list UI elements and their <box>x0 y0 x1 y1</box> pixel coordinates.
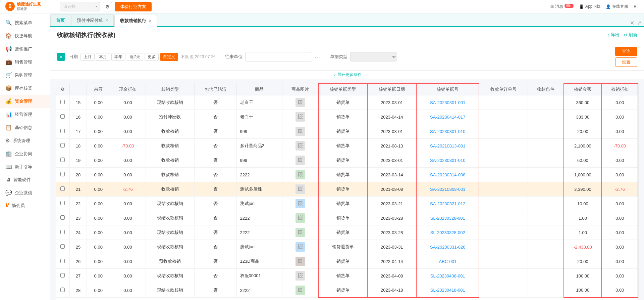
td-bill-no[interactable]: SA-20230314-008 <box>416 168 479 182</box>
date-this-month[interactable]: 本月 <box>96 53 110 61</box>
td-goods: 2222 <box>236 283 282 298</box>
td-cash-discount: 0.00 <box>110 110 146 124</box>
td-bill-no[interactable]: SA-20230301-001 <box>416 95 479 110</box>
td-checkbox[interactable] <box>56 168 69 182</box>
tab-prepay-close[interactable]: × <box>106 18 108 23</box>
td-write-off-discount: 0.00 <box>602 269 638 283</box>
page-actions: ↑ 导出 ↺ 刷新 <box>607 32 638 38</box>
table-row: 20 0.00 0.00 收款核销 否 2222 🖼 销货单 2023-03-1… <box>56 168 638 182</box>
td-cash-discount: 0.00 <box>110 197 146 211</box>
settings-icon[interactable]: ⚙ <box>103 2 112 11</box>
filter-settings-btn[interactable]: 设置 <box>615 57 637 67</box>
td-checkbox[interactable] <box>56 182 69 197</box>
sidebar-item-system[interactable]: ⚙ 系统管理 <box>0 134 50 147</box>
td-checkbox[interactable] <box>56 269 69 283</box>
td-receipt-order <box>479 225 528 240</box>
td-checkbox[interactable] <box>56 211 69 225</box>
td-bill-no[interactable]: SL-20230328-001 <box>416 211 479 225</box>
filter-row: 日期 上月 本月 本年 近7天 更多 自定义 不限 至 2023-07-26 往… <box>69 52 611 61</box>
sidebar-item-wechat[interactable]: 💬 企业微信 <box>0 186 50 199</box>
td-checkbox[interactable] <box>56 139 69 153</box>
td-balance: 0.00 <box>87 254 110 269</box>
td-goods: 衣服00001 <box>236 269 282 283</box>
sidebar-item-marketing[interactable]: 📢 营销推广 <box>0 42 50 55</box>
tab-receipt-close[interactable]: × <box>149 18 151 23</box>
td-goods-img: 🖼 <box>282 225 318 240</box>
tab-prepay[interactable]: 预付冲应付单 × <box>71 14 114 26</box>
sidebar-item-guide[interactable]: 📖 新手引导 <box>0 160 50 173</box>
td-bill-no[interactable]: SL-20230408-001 <box>416 269 479 283</box>
phone-icon: 📱 <box>579 4 584 9</box>
refresh-btn[interactable]: ↺ 刷新 <box>624 32 637 38</box>
td-checkbox[interactable] <box>56 153 69 168</box>
query-btn[interactable]: 查询 <box>615 47 637 56</box>
refresh-label: 刷新 <box>629 32 637 38</box>
date-last-7days[interactable]: 近7天 <box>127 53 143 61</box>
date-this-year[interactable]: 本年 <box>111 53 125 61</box>
app-download-btn[interactable]: 📱 App下载 <box>579 4 600 9</box>
td-bill-no[interactable]: SA-20230301-010 <box>416 153 479 168</box>
td-bill-type: 销货单 <box>318 254 367 269</box>
td-goods-img: 🖼 <box>282 269 318 283</box>
sidebar-item-inventory[interactable]: 📦 库存核算 <box>0 82 50 95</box>
tab-expand-icon[interactable]: ⤢ <box>637 20 641 26</box>
td-bill-no[interactable]: SA-20210813-001 <box>416 139 479 153</box>
td-cash-discount: 0.00 <box>110 95 146 110</box>
td-write-off-type: 收款核销 <box>146 124 194 139</box>
td-checkbox[interactable] <box>56 110 69 124</box>
td-checkbox[interactable] <box>56 124 69 139</box>
td-bill-no[interactable]: SL-20230418-001 <box>416 283 479 298</box>
td-bill-date: 2023-04-14 <box>367 110 416 124</box>
sidebar-item-member[interactable]: V 畅会员 <box>0 199 50 212</box>
table-row: 22 0.00 0.00 现结收款核销 否 测试jun 🖼 销货单 2023-0… <box>56 197 638 211</box>
sidebar-item-hardware[interactable]: 🖥 智能硬件 <box>0 173 50 186</box>
sidebar-item-purchase[interactable]: 🛒 采购管理 <box>0 69 50 82</box>
tab-bar-actions: ✕ ⤢ <box>630 20 644 26</box>
sidebar-item-search[interactable]: 🔍 搜索菜单 <box>0 16 50 29</box>
td-receipt-order <box>479 110 528 124</box>
sidebar-item-shortcut[interactable]: 🏠 快捷导航 <box>0 29 50 42</box>
sidebar-item-basic[interactable]: 📋 基础信息 <box>0 121 50 134</box>
tab-close-all-icon[interactable]: ✕ <box>630 20 634 26</box>
td-checkbox[interactable] <box>56 240 69 254</box>
logo-icon: 6 <box>5 2 15 11</box>
industry-btn[interactable]: 体验行业方案 <box>115 2 152 11</box>
tab-receipt[interactable]: 收款核销执行 × <box>114 15 157 27</box>
expand-filter-row[interactable]: ∨ 展开更多条件 <box>50 71 644 79</box>
messages-btn[interactable]: ✉ 消息 99+ <box>550 4 574 9</box>
td-goods-img: 🖼 <box>282 254 318 269</box>
bill-type-label: 单据类型 <box>330 54 347 60</box>
td-receipt-order <box>479 197 528 211</box>
date-last-month[interactable]: 上月 <box>80 53 95 61</box>
sidebar-item-sales[interactable]: 💼 销售管理 <box>0 55 50 69</box>
sidebar-item-finance[interactable]: 💰 资金管理 <box>0 95 50 108</box>
company-input[interactable] <box>245 52 312 61</box>
td-checkbox[interactable] <box>56 283 69 298</box>
sidebar-item-enterprise[interactable]: 🏢 企业协同 <box>0 147 50 160</box>
td-checkbox[interactable] <box>56 225 69 240</box>
date-more[interactable]: 更多 <box>145 53 159 61</box>
filter-collapse-btn[interactable]: » <box>57 53 65 61</box>
user-name[interactable]: Rit <box>634 4 639 9</box>
export-btn[interactable]: ↑ 导出 <box>607 32 620 38</box>
th-bill-date: 核销单据日期 <box>367 83 416 95</box>
td-checkbox[interactable] <box>56 95 69 110</box>
td-checkbox[interactable] <box>56 254 69 269</box>
td-checkbox[interactable] <box>56 197 69 211</box>
td-bill-no[interactable]: SA-20230301-010 <box>416 124 479 139</box>
bill-type-select[interactable] <box>350 52 397 61</box>
td-bill-no[interactable]: SA-20230321-012 <box>416 197 479 211</box>
td-bill-no[interactable]: SL-20230328-002 <box>416 225 479 240</box>
td-bill-no[interactable]: ABC-001 <box>416 254 479 269</box>
td-write-off-discount: -2.76 <box>602 182 638 197</box>
td-bill-no[interactable]: SA-20210808-001 <box>416 182 479 197</box>
company-selector[interactable]: 请选择 <box>60 2 100 11</box>
table-row: 23 0.00 0.00 现结收款核销 否 2222 🖼 销货单 2023-03… <box>56 211 638 225</box>
sidebar-item-operation[interactable]: 📊 经营管理 <box>0 108 50 121</box>
export-label: 导出 <box>611 32 620 38</box>
td-bill-no[interactable]: SA-20230414-017 <box>416 110 479 124</box>
tab-home[interactable]: 首页 <box>50 14 70 26</box>
online-service-btn[interactable]: 👤 在线客服 <box>606 4 628 9</box>
date-custom[interactable]: 自定义 <box>160 53 178 61</box>
td-bill-no[interactable]: SA-20230331-026 <box>416 240 479 254</box>
